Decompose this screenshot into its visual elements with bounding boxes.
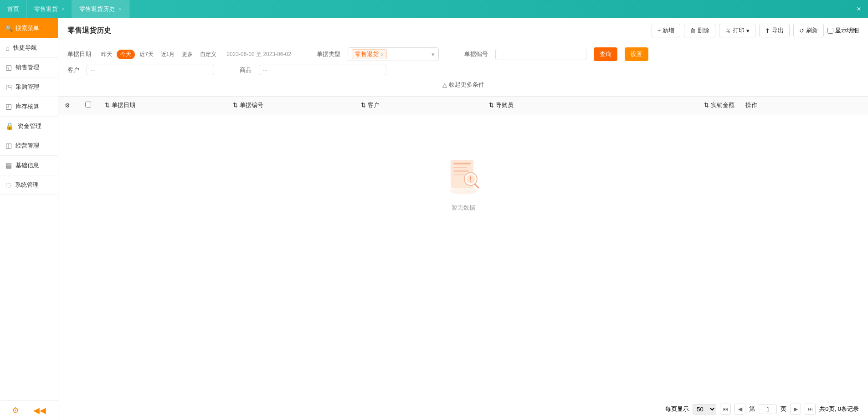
sales-icon: ◱ (5, 63, 12, 72)
empty-state: 暂无数据 (58, 114, 868, 248)
th-guide[interactable]: ⇅ 导购员 (483, 97, 611, 114)
sidebar-item-quick-nav[interactable]: ⌂ 快捷导航 (0, 38, 58, 58)
content-area: 零售退货历史 + 新增 🗑 删除 🖨 打印 ▾ ⬆ (58, 18, 868, 420)
type-filter-tag: 零售退货 × (352, 49, 387, 59)
type-tag-close[interactable]: × (380, 51, 384, 58)
show-detail-checkbox[interactable] (827, 28, 833, 34)
window-close-button[interactable]: × (850, 0, 868, 18)
date-btn-today[interactable]: 今天 (117, 50, 135, 59)
empty-state-text: 暂无数据 (452, 204, 475, 212)
table-container: ⚙ ⇅ 单据日期 ⇅ 单据编号 ⇅ (58, 97, 868, 398)
th-customer[interactable]: ⇅ 客户 (355, 97, 483, 114)
next-page-button[interactable]: ▶ (790, 404, 801, 415)
topbar: 首页 零售退货 × 零售退货历史 × × (0, 0, 868, 18)
per-page-dropdown[interactable]: 50 10 20 100 (693, 404, 716, 415)
settings-bottom-icon[interactable]: ⚙ (12, 405, 19, 415)
refresh-button[interactable]: ↺ 刷新 (793, 24, 824, 37)
sidebar-item-inventory[interactable]: ◰ 库存核算 (0, 97, 58, 117)
sidebar-item-system[interactable]: ◌ 系统管理 (0, 175, 58, 195)
sidebar-label-finance: 资金管理 (18, 122, 41, 130)
th-number[interactable]: ⇅ 单据编号 (227, 97, 355, 114)
page-label: 第 (749, 405, 755, 413)
inventory-icon: ◰ (5, 102, 12, 111)
svg-rect-3 (453, 167, 467, 168)
toolbar: + 新增 🗑 删除 🖨 打印 ▾ ⬆ 导出 (652, 24, 859, 37)
purchase-icon: ◳ (5, 83, 12, 91)
customer-filter-select[interactable]: ··· (87, 65, 214, 75)
sidebar-item-basic-info[interactable]: ▤ 基础信息 (0, 156, 58, 175)
sidebar-label-inventory: 库存核算 (15, 102, 39, 111)
filter-area: 单据日期 昨天 今天 近7天 近1月 更多 自定义 2023-06-02 至 2… (67, 43, 859, 96)
tab-retail-return[interactable]: 零售退货 × (27, 0, 72, 18)
finance-icon: 🔒 (5, 122, 14, 130)
select-all-checkbox[interactable] (85, 102, 91, 108)
date-btn-more[interactable]: 更多 (179, 50, 195, 59)
print-dropdown-icon: ▾ (746, 27, 750, 34)
sidebar-item-operations[interactable]: ◫ 经营管理 (0, 136, 58, 156)
settings-button[interactable]: 设置 (625, 47, 648, 61)
page-number-input[interactable] (759, 405, 777, 414)
export-button[interactable]: ⬆ 导出 (759, 24, 790, 37)
tab-retail-return-close[interactable]: × (62, 6, 64, 12)
search-icon: 🔍 (5, 25, 13, 32)
query-button[interactable]: 查询 (594, 47, 617, 61)
tab-home[interactable]: 首页 (0, 0, 27, 18)
sidebar-item-purchase[interactable]: ◳ 采购管理 (0, 77, 58, 97)
sidebar-item-sales[interactable]: ◱ 销售管理 (0, 58, 58, 77)
tab-retail-return-history[interactable]: 零售退货历史 × (72, 0, 129, 18)
operations-icon: ◫ (5, 142, 12, 150)
audio-bottom-icon[interactable]: ◀◀ (33, 405, 46, 415)
page-header: 零售退货历史 + 新增 🗑 删除 🖨 打印 ▾ ⬆ (58, 18, 868, 97)
goods-filter-label: 商品 (240, 66, 252, 74)
date-filter-label: 单据日期 (67, 50, 91, 58)
th-checkbox[interactable] (77, 97, 99, 114)
sidebar-label-quick-nav: 快捷导航 (13, 44, 37, 52)
print-button[interactable]: 🖨 打印 ▾ (719, 24, 755, 37)
collapse-label: 收起更多条件 (449, 81, 484, 89)
sidebar-label-sales: 销售管理 (15, 63, 39, 72)
date-btn-1month[interactable]: 近1月 (158, 50, 178, 59)
delete-icon: 🗑 (690, 27, 696, 34)
type-filter-select[interactable]: 零售退货 × ▾ (348, 47, 439, 61)
pagination: 每页显示 50 10 20 100 ⏮ ◀ 第 页 ▶ ⏭ 共0页, 0条记录 (58, 398, 868, 420)
sidebar-search-label: 搜索菜单 (15, 24, 39, 32)
collapse-bar[interactable]: △ 收起更多条件 (67, 79, 859, 92)
sidebar-label-operations: 经营管理 (15, 142, 39, 150)
delete-button[interactable]: 🗑 删除 (684, 24, 715, 37)
per-page-label: 每页显示 (665, 405, 689, 413)
sidebar-search[interactable]: 🔍 搜索菜单 (0, 18, 58, 38)
page-unit: 页 (781, 405, 786, 413)
home-icon: ⌂ (5, 44, 10, 52)
goods-filter-select[interactable]: ··· (259, 65, 386, 75)
tab-retail-return-history-close[interactable]: × (118, 6, 121, 12)
filter-row-customer: 客户 ··· 商品 ··· (67, 65, 859, 75)
date-btn-yesterday[interactable]: 昨天 (98, 50, 115, 59)
svg-rect-4 (453, 170, 469, 172)
show-detail-checkbox-label[interactable]: 显示明细 (827, 26, 859, 35)
system-icon: ◌ (5, 181, 11, 189)
chevron-up-icon: △ (442, 82, 447, 88)
table-header-row: ⚙ ⇅ 单据日期 ⇅ 单据编号 ⇅ (58, 97, 868, 114)
svg-rect-2 (453, 163, 471, 164)
first-page-button[interactable]: ⏮ (720, 404, 731, 415)
topbar-tabs: 首页 零售退货 × 零售退货历史 × (0, 0, 850, 18)
last-page-button[interactable]: ⏭ (805, 404, 816, 415)
th-settings[interactable]: ⚙ (58, 97, 77, 114)
new-button[interactable]: + 新增 (652, 24, 680, 37)
sidebar: 🔍 搜索菜单 ⌂ 快捷导航 ◱ 销售管理 ◳ 采购管理 ◰ 库存核算 🔒 资金管… (0, 18, 58, 420)
type-select-chevron: ▾ (431, 51, 435, 58)
basic-info-icon: ▤ (5, 161, 12, 169)
main-layout: 🔍 搜索菜单 ⌂ 快捷导航 ◱ 销售管理 ◳ 采购管理 ◰ 库存核算 🔒 资金管… (0, 18, 868, 420)
prev-page-button[interactable]: ◀ (734, 404, 745, 415)
date-btn-7days[interactable]: 近7天 (137, 50, 156, 59)
sidebar-label-purchase: 采购管理 (15, 83, 39, 91)
th-amount[interactable]: ⇅ 实销金额 (612, 97, 740, 114)
sidebar-item-finance[interactable]: 🔒 资金管理 (0, 117, 58, 136)
date-btn-custom[interactable]: 自定义 (197, 50, 219, 59)
voucher-filter-input[interactable] (495, 49, 586, 60)
empty-state-icon (441, 151, 486, 196)
sidebar-bottom: ⚙ ◀◀ (0, 400, 58, 420)
sidebar-label-system: 系统管理 (15, 181, 39, 189)
sidebar-label-basic-info: 基础信息 (15, 161, 39, 169)
th-date[interactable]: ⇅ 单据日期 (99, 97, 227, 114)
